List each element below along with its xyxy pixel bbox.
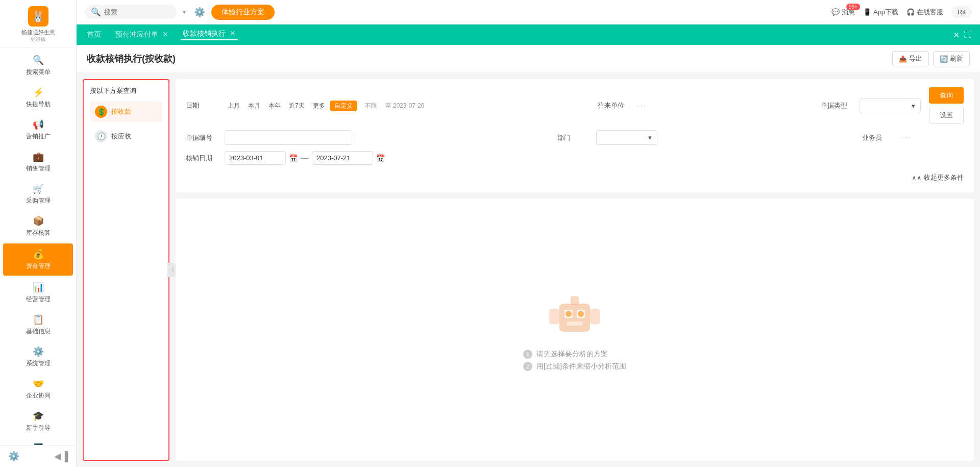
step-1-num: 1 (523, 350, 532, 359)
last-7-days-btn[interactable]: 近7天 (286, 101, 308, 111)
tab-receivable-close[interactable]: ✕ (230, 29, 236, 37)
svg-point-8 (578, 311, 584, 317)
calendar-start-icon[interactable]: 📅 (289, 154, 298, 162)
step-2-text: 用[过滤]条件来缩小分析范围 (536, 362, 626, 371)
page-actions: 📤 导出 🔄 刷新 (892, 51, 970, 66)
sidebar-footer: ⚙️ ◀▐ (0, 445, 76, 467)
service-icon: 🎧 (906, 8, 915, 16)
svg-rect-6 (590, 309, 600, 324)
counterparty-dots[interactable]: ··· (636, 101, 647, 111)
sales-icon: 💼 (33, 151, 44, 162)
doc-type-chevron: ▾ (912, 102, 915, 110)
svg-rect-3 (567, 322, 583, 326)
sidebar-item-purchase[interactable]: 🛒 采购管理 (0, 178, 76, 210)
sidebar-label-sales: 销售管理 (26, 164, 51, 173)
staff-dots[interactable]: ··· (901, 132, 912, 143)
user-profile[interactable]: Rit (951, 6, 972, 18)
search-dropdown-icon[interactable]: ▾ (183, 9, 186, 16)
right-panel: 日期 上月 本月 本年 近7天 更多 自定义 不限 至 2023-07-26 往… (176, 79, 974, 461)
doc-type-select[interactable]: ▾ (860, 99, 921, 113)
last-month-btn[interactable]: 上月 (225, 101, 243, 111)
tab-prepay[interactable]: 预付冲应付单 ✕ (113, 30, 170, 39)
page-title: 收款核销执行(按收款) (87, 53, 176, 65)
collapse-more-button[interactable]: ∧∧ 收起更多条件 (186, 171, 964, 184)
message-icon: 💬 (831, 8, 840, 16)
tab-receivable[interactable]: 收款核销执行 ✕ (181, 29, 238, 40)
sidebar-label-quick: 快捷导航 (26, 100, 51, 109)
setting-button[interactable]: 设置 (929, 107, 964, 124)
sidebar-item-sales[interactable]: 💼 销售管理 (0, 146, 76, 178)
app-icon: 📱 (863, 8, 871, 16)
filter-row-1: 日期 上月 本月 本年 近7天 更多 自定义 不限 至 2023-07-26 往… (186, 87, 964, 124)
app-download-button[interactable]: 📱 App下载 (863, 8, 898, 17)
main-area: 🔍 ▾ ⚙️ 体验行业方案 💬 消息 99+ 📱 App下载 🎧 在线客服 Ri… (77, 0, 980, 467)
sidebar-item-hardware[interactable]: 🖥️ 智能硬件 (0, 437, 76, 445)
query-button[interactable]: 查询 (929, 87, 964, 104)
topbar-search-box[interactable]: 🔍 (85, 5, 177, 19)
staff-label: 业务员 (862, 133, 893, 142)
settings-gear-icon[interactable]: ⚙️ (194, 7, 205, 18)
panel-item-by-receivable[interactable]: 🕐 按应收 (90, 126, 162, 146)
guide-icon: 🎓 (33, 410, 44, 422)
collapse-sidebar-icon[interactable]: ◀▐ (54, 451, 68, 462)
message-button[interactable]: 💬 消息 99+ (831, 8, 855, 17)
tab-close-all-icon[interactable]: ✕ (953, 30, 960, 40)
sidebar-item-quick[interactable]: ⚡ 快捷导航 (0, 82, 76, 114)
filter-area: 日期 上月 本月 本年 近7天 更多 自定义 不限 至 2023-07-26 往… (176, 79, 974, 192)
sidebar-item-basic[interactable]: 📋 基础信息 (0, 309, 76, 341)
sidebar: 🐰 畅捷通好生意 标准版 🔍 搜索菜单 ⚡ 快捷导航 📢 营销推广 💼 销售管理… (0, 0, 77, 467)
sidebar-label-collab: 企业协同 (26, 391, 51, 400)
export-icon: 📤 (899, 55, 907, 63)
message-badge: 99+ (846, 4, 860, 10)
solution-button[interactable]: 体验行业方案 (211, 5, 275, 20)
doc-no-label: 单据编号 (186, 133, 216, 142)
refresh-button[interactable]: 🔄 刷新 (933, 51, 970, 66)
calendar-end-icon[interactable]: 📅 (376, 154, 385, 162)
topbar-right: 💬 消息 99+ 📱 App下载 🎧 在线客服 Rit (831, 6, 972, 18)
this-year-btn[interactable]: 本年 (265, 101, 284, 111)
tab-prepay-close[interactable]: ✕ (162, 30, 168, 38)
settings-footer-icon[interactable]: ⚙️ (8, 451, 19, 462)
tab-home[interactable]: 首页 (85, 30, 103, 39)
left-filter-panel: 按以下方案查询 💲 按收款 🕐 按应收 《 (83, 79, 169, 461)
app-version: 标准版 (31, 36, 46, 43)
sidebar-label-inventory: 库存核算 (26, 229, 51, 237)
verify-date-start[interactable] (225, 151, 286, 165)
sidebar-item-collab[interactable]: 🤝 企业协同 (0, 373, 76, 405)
system-icon: ⚙️ (33, 346, 44, 357)
export-button[interactable]: 📤 导出 (892, 51, 929, 66)
sidebar-label-operations: 经营管理 (26, 295, 51, 304)
dept-select[interactable]: ▾ (596, 130, 657, 145)
tab-expand-icon[interactable]: ⛶ (964, 30, 972, 39)
custom-date-btn[interactable]: 自定义 (330, 101, 357, 111)
search-input[interactable] (104, 8, 170, 16)
search-menu-icon: 🔍 (33, 55, 44, 66)
empty-step-2: 2 用[过滤]条件来缩小分析范围 (523, 362, 626, 371)
sidebar-item-guide[interactable]: 🎓 新手引导 (0, 405, 76, 437)
search-icon: 🔍 (91, 7, 101, 17)
sidebar-item-finance[interactable]: 💰 资金管理 (3, 243, 73, 276)
sidebar-item-marketing[interactable]: 📢 营销推广 (0, 114, 76, 146)
receipt-icon: 💲 (95, 106, 107, 118)
panel-item-by-receipt[interactable]: 💲 按收款 (90, 102, 162, 122)
dept-label: 部门 (557, 133, 588, 142)
verify-date-end[interactable] (312, 151, 373, 165)
online-service-button[interactable]: 🎧 在线客服 (906, 8, 943, 17)
sidebar-item-search[interactable]: 🔍 搜索菜单 (0, 50, 76, 82)
empty-illustration (544, 288, 605, 339)
panel-collapse-button[interactable]: 《 (167, 263, 176, 277)
step-2-num: 2 (523, 362, 532, 371)
svg-point-7 (566, 311, 572, 317)
purchase-icon: 🛒 (33, 183, 44, 194)
more-date-btn[interactable]: 更多 (310, 101, 328, 111)
verify-date-range: 📅 — 📅 (225, 151, 385, 165)
sidebar-item-operations[interactable]: 📊 经营管理 (0, 277, 76, 309)
sidebar-item-system[interactable]: ⚙️ 系统管理 (0, 341, 76, 373)
svg-rect-4 (571, 296, 579, 305)
this-month-btn[interactable]: 本月 (245, 101, 263, 111)
page-header: 收款核销执行(按收款) 📤 导出 🔄 刷新 (77, 45, 980, 73)
sidebar-item-inventory[interactable]: 📦 库存核算 (0, 210, 76, 242)
sidebar-label-system: 系统管理 (26, 359, 51, 368)
doc-no-input[interactable] (225, 130, 352, 145)
doc-type-label: 单据类型 (821, 101, 851, 110)
